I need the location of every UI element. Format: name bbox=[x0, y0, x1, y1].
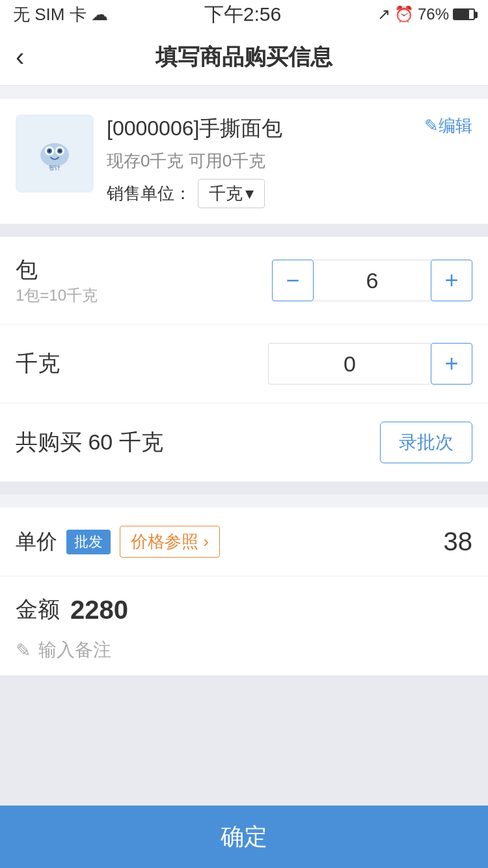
kg-input-row: 千克 + bbox=[0, 325, 488, 403]
pack-label: 包 bbox=[16, 255, 272, 285]
pack-quantity-control: − + bbox=[272, 260, 472, 301]
pack-label-group: 包 1包=10千克 bbox=[16, 255, 272, 306]
page-title: 填写商品购买信息 bbox=[156, 42, 332, 72]
confirm-label: 确定 bbox=[221, 821, 267, 853]
kg-label: 千克 bbox=[16, 349, 268, 379]
status-bar: 无 SIM 卡 ☁ 下午2:56 ↗ ⏰ 76% bbox=[0, 0, 488, 29]
price-row: 单价 批发 价格参照 › 38 bbox=[16, 526, 472, 558]
product-image-icon: 智计 bbox=[35, 134, 74, 173]
product-name: [0000006]手撕面包 bbox=[107, 115, 472, 143]
battery-level: 76% bbox=[418, 5, 449, 23]
confirm-button[interactable]: 确定 bbox=[0, 806, 488, 868]
unit-label: 销售单位： bbox=[107, 182, 191, 205]
pack-sublabel: 1包=10千克 bbox=[16, 285, 272, 306]
alarm-icon: ⏰ bbox=[394, 5, 414, 23]
chevron-down-icon: ▾ bbox=[245, 183, 254, 204]
price-label-group: 单价 批发 价格参照 › bbox=[16, 526, 220, 558]
amount-label: 金额 bbox=[16, 595, 60, 625]
main-content-area bbox=[0, 675, 488, 806]
price-type-tag: 批发 bbox=[66, 530, 111, 554]
section-divider-2 bbox=[0, 481, 488, 495]
price-label: 单价 bbox=[16, 528, 57, 556]
status-time: 下午2:56 bbox=[204, 1, 281, 28]
note-icon: ✎ bbox=[16, 640, 31, 661]
price-section: 单价 批发 价格参照 › 38 bbox=[0, 508, 488, 576]
pack-input-row: 包 1包=10千克 − + bbox=[0, 237, 488, 325]
batch-button[interactable]: 录批次 bbox=[380, 422, 472, 463]
product-info: [0000006]手撕面包 现存0千克 可用0千克 销售单位： 千克 ▾ bbox=[107, 115, 472, 208]
edit-button[interactable]: ✎编辑 bbox=[424, 115, 472, 137]
battery-icon bbox=[453, 8, 475, 20]
kg-plus-button[interactable]: + bbox=[431, 343, 472, 385]
amount-value: 2280 bbox=[70, 595, 128, 625]
price-reference-button[interactable]: 价格参照 › bbox=[120, 526, 220, 558]
total-text: 共购买 60 千克 bbox=[16, 427, 163, 457]
kg-quantity-control: + bbox=[268, 343, 472, 385]
product-card: 智计 [0000006]手撕面包 现存0千克 可用0千克 销售单位： 千克 ▾ … bbox=[0, 99, 488, 224]
pack-minus-button[interactable]: − bbox=[272, 260, 314, 301]
location-icon: ↗ bbox=[377, 5, 390, 23]
note-placeholder: 输入备注 bbox=[38, 638, 111, 662]
input-section: 包 1包=10千克 − + 千克 + bbox=[0, 237, 488, 403]
total-row: 共购买 60 千克 录批次 bbox=[0, 403, 488, 481]
product-stock: 现存0千克 可用0千克 bbox=[107, 150, 472, 172]
note-row[interactable]: ✎ 输入备注 bbox=[16, 638, 472, 662]
kg-quantity-input[interactable] bbox=[268, 343, 431, 385]
back-button[interactable]: ‹ bbox=[16, 42, 24, 72]
price-value: 38 bbox=[444, 527, 473, 556]
pack-quantity-input[interactable] bbox=[314, 260, 431, 301]
kg-label-group: 千克 bbox=[16, 349, 268, 379]
svg-point-5 bbox=[48, 150, 51, 152]
status-right: ↗ ⏰ 76% bbox=[377, 5, 475, 23]
svg-point-6 bbox=[59, 150, 61, 152]
product-unit-row: 销售单位： 千克 ▾ bbox=[107, 179, 472, 208]
pack-plus-button[interactable]: + bbox=[431, 260, 472, 301]
svg-point-0 bbox=[40, 143, 69, 167]
svg-text:智计: 智计 bbox=[49, 165, 61, 171]
unit-select[interactable]: 千克 ▾ bbox=[198, 179, 265, 208]
product-thumbnail: 智计 bbox=[16, 115, 94, 193]
status-left: 无 SIM 卡 ☁ bbox=[13, 3, 108, 26]
navigation-bar: ‹ 填写商品购买信息 bbox=[0, 29, 488, 86]
amount-row: 金额 2280 bbox=[16, 595, 472, 625]
section-divider-1 bbox=[0, 224, 488, 237]
amount-section: 金额 2280 ✎ 输入备注 bbox=[0, 576, 488, 675]
